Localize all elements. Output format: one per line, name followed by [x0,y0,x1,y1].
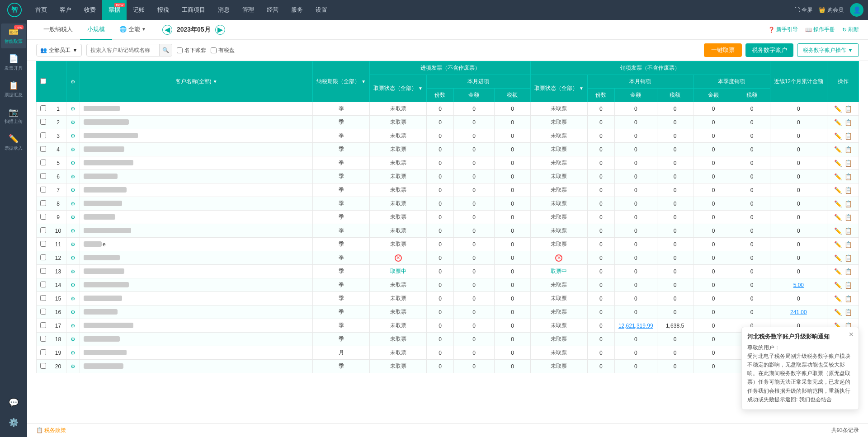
td-gear[interactable]: ⚙ [66,183,80,197]
td-gear[interactable]: ⚙ [66,224,80,238]
cumul-value-link[interactable]: 241.00 [790,309,807,315]
refresh-button[interactable]: ↻ 刷新 [842,26,859,33]
row-checkbox[interactable] [40,322,46,328]
th-cumul-amount[interactable]: 近续12个月累计金额 [770,61,827,102]
td-checkbox[interactable] [37,183,50,197]
avatar[interactable]: 👤 [850,3,863,17]
td-gear[interactable]: ⚙ [66,346,80,360]
td-gear[interactable]: ⚙ [66,211,80,224]
copy-icon[interactable]: 📋 [844,282,852,289]
nav-tax[interactable]: 报税 [151,0,175,20]
fullscreen-button[interactable]: ⛶ 全屏 [794,6,812,14]
row-checkbox[interactable] [40,349,46,355]
nav-business[interactable]: 工商项目 [175,0,212,20]
out-amount-link[interactable]: 12,621,319.99 [618,323,653,329]
td-checkbox[interactable] [37,278,50,292]
sub-account-checkbox[interactable] [177,47,183,53]
nav-operation[interactable]: 经营 [260,0,285,20]
new-guide-button[interactable]: ❓ 新手引导 [768,26,798,33]
copy-icon[interactable]: 📋 [844,173,852,180]
edit-icon[interactable]: ✏️ [834,132,842,140]
td-gear[interactable]: ⚙ [66,265,80,278]
td-gear[interactable]: ⚙ [66,170,80,183]
copy-icon[interactable]: 📋 [844,132,852,140]
edit-icon[interactable]: ✏️ [834,187,842,194]
copy-icon[interactable]: 📋 [844,146,852,153]
edit-icon[interactable]: ✏️ [834,295,842,302]
edit-icon[interactable]: ✏️ [834,268,842,275]
select-all-checkbox[interactable] [40,78,46,84]
nav-bookkeeping[interactable]: 记账 [127,0,151,20]
th-tax-period[interactable]: 纳税期限（全部）▼ [313,61,370,102]
td-gear[interactable]: ⚙ [66,197,80,211]
sidebar-settings-button[interactable]: ⚙️ [5,414,23,432]
employee-select[interactable]: 👥 全部员工 ▼ [36,44,82,56]
td-checkbox[interactable] [37,292,50,305]
copy-icon[interactable]: 📋 [844,187,852,194]
copy-icon[interactable]: 📋 [844,200,852,207]
search-input[interactable] [87,47,159,53]
td-gear[interactable]: ⚙ [66,238,80,251]
th-out-fetch-status[interactable]: 取票状态（全部）▼ [530,75,587,102]
tab-general-taxpayer[interactable]: 一般纳税人 [36,20,80,40]
edit-icon[interactable]: ✏️ [834,173,842,180]
tax-operations-button[interactable]: 税务数字账户操作 ▼ [797,43,859,57]
copy-icon[interactable]: 📋 [844,227,852,235]
row-checkbox[interactable] [40,119,46,125]
nav-invoice[interactable]: 票据 new [102,0,127,20]
manual-button[interactable]: 📖 操作手册 [805,26,835,33]
copy-icon[interactable]: 📋 [844,119,852,126]
td-checkbox[interactable] [37,346,50,360]
sidebar-item-smart-fetch[interactable]: 🎫 智能取票 new [1,23,26,48]
tax-disk-checkbox-label[interactable]: 有税盘 [211,47,235,54]
edit-icon[interactable]: ✏️ [834,309,842,316]
td-checkbox[interactable] [37,360,50,373]
nav-client[interactable]: 客户 [53,0,78,20]
row-checkbox[interactable] [40,227,46,233]
td-gear[interactable]: ⚙ [66,156,80,170]
next-month-button[interactable]: ▶ [215,25,225,35]
vip-button[interactable]: 👑 购会员 [819,6,844,14]
copy-icon[interactable]: 📋 [844,254,852,262]
sidebar-item-scan-upload[interactable]: 📷 扫描上传 [1,103,26,128]
edit-icon[interactable]: ✏️ [834,160,842,167]
edit-icon[interactable]: ✏️ [834,105,842,113]
td-checkbox[interactable] [37,116,50,129]
th-in-fetch-status[interactable]: 取票状态（全部）▼ [370,75,427,102]
sidebar-item-invoice-entry[interactable]: ✏️ 票据录入 [1,130,26,155]
nav-service[interactable]: 服务 [285,0,309,20]
copy-icon[interactable]: 📋 [844,309,852,316]
row-checkbox[interactable] [40,200,46,206]
row-checkbox[interactable] [40,146,46,152]
td-checkbox[interactable] [37,211,50,224]
row-checkbox[interactable] [40,214,46,220]
tax-policy-link[interactable]: 📋 税务政策 [36,427,66,434]
row-checkbox[interactable] [40,132,46,138]
td-checkbox[interactable] [37,102,50,116]
copy-icon[interactable]: 📋 [844,105,852,113]
td-checkbox[interactable] [37,319,50,333]
td-gear[interactable]: ⚙ [66,129,80,143]
edit-icon[interactable]: ✏️ [834,227,842,235]
td-checkbox[interactable] [37,238,50,251]
row-checkbox[interactable] [40,254,46,260]
td-checkbox[interactable] [37,305,50,319]
copy-icon[interactable]: 📋 [844,268,852,275]
prev-month-button[interactable]: ◀ [162,25,172,35]
edit-icon[interactable]: ✏️ [834,214,842,221]
row-checkbox[interactable] [40,336,46,342]
search-button[interactable]: 🔍 [159,44,172,56]
td-checkbox[interactable] [37,170,50,183]
td-gear[interactable]: ⚙ [66,333,80,346]
notification-close-button[interactable]: ✕ [849,331,854,338]
one-click-fetch-button[interactable]: 一键取票 [704,43,742,57]
td-checkbox[interactable] [37,143,50,156]
td-gear[interactable]: ⚙ [66,116,80,129]
td-gear[interactable]: ⚙ [66,305,80,319]
edit-icon[interactable]: ✏️ [834,254,842,262]
row-checkbox[interactable] [40,105,46,111]
copy-icon[interactable]: 📋 [844,160,852,167]
td-gear[interactable]: ⚙ [66,251,80,265]
sidebar-item-invoice-open[interactable]: 📄 发票开具 [1,50,26,75]
td-checkbox[interactable] [37,265,50,278]
